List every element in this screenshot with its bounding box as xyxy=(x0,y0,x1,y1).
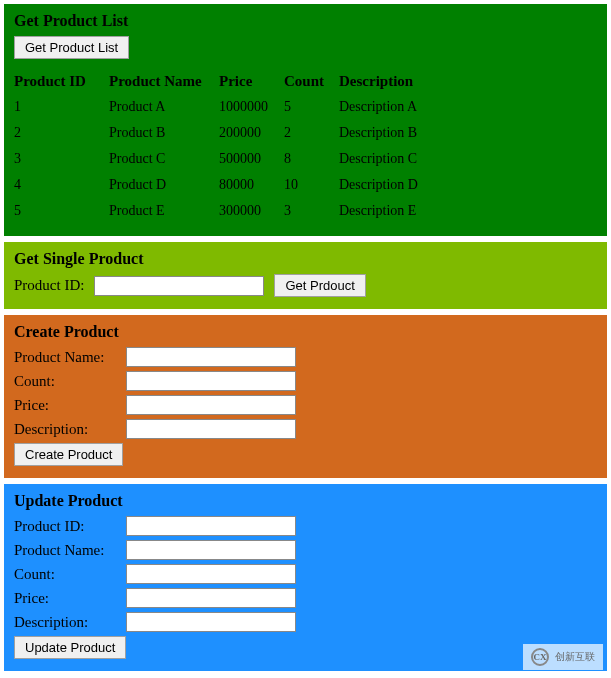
get-product-list-panel: Get Product List Get Product List Produc… xyxy=(4,4,607,236)
update-count-label: Count: xyxy=(14,566,126,583)
watermark-logo-icon: CX xyxy=(531,648,549,666)
cell-desc: Description A xyxy=(339,99,459,115)
watermark-text: 创新互联 xyxy=(555,650,595,664)
get-single-heading: Get Single Product xyxy=(14,250,597,268)
get-product-list-heading: Get Product List xyxy=(14,12,597,30)
cell-count: 3 xyxy=(284,203,339,219)
cell-id: 4 xyxy=(14,177,109,193)
cell-price: 500000 xyxy=(219,151,284,167)
cell-desc: Description E xyxy=(339,203,459,219)
create-count-input[interactable] xyxy=(126,371,296,391)
update-desc-input[interactable] xyxy=(126,612,296,632)
create-heading: Create Product xyxy=(14,323,597,341)
update-product-panel: Update Product Product ID: Product Name:… xyxy=(4,484,607,671)
update-desc-label: Description: xyxy=(14,614,126,631)
create-desc-input[interactable] xyxy=(126,419,296,439)
table-row: 2Product B2000002Description B xyxy=(14,120,597,146)
cell-count: 10 xyxy=(284,177,339,193)
cell-count: 8 xyxy=(284,151,339,167)
create-name-input[interactable] xyxy=(126,347,296,367)
single-id-label: Product ID: xyxy=(14,277,84,294)
product-table: Product ID Product Name Price Count Desc… xyxy=(14,69,597,224)
cell-price: 1000000 xyxy=(219,99,284,115)
watermark: CX 创新互联 xyxy=(523,644,603,670)
cell-name: Product B xyxy=(109,125,219,141)
update-id-input[interactable] xyxy=(126,516,296,536)
header-desc: Description xyxy=(339,73,459,90)
table-row: 5Product E3000003Description E xyxy=(14,198,597,224)
update-name-label: Product Name: xyxy=(14,542,126,559)
table-header-row: Product ID Product Name Price Count Desc… xyxy=(14,69,597,94)
cell-desc: Description C xyxy=(339,151,459,167)
single-id-input[interactable] xyxy=(94,276,264,296)
header-count: Count xyxy=(284,73,339,90)
table-row: 1Product A10000005Description A xyxy=(14,94,597,120)
get-single-button[interactable]: Get Prdouct xyxy=(274,274,365,297)
get-product-list-button[interactable]: Get Product List xyxy=(14,36,129,59)
header-price: Price xyxy=(219,73,284,90)
create-desc-label: Description: xyxy=(14,421,126,438)
cell-price: 200000 xyxy=(219,125,284,141)
update-price-input[interactable] xyxy=(126,588,296,608)
cell-count: 5 xyxy=(284,99,339,115)
cell-desc: Description B xyxy=(339,125,459,141)
cell-price: 300000 xyxy=(219,203,284,219)
get-single-product-panel: Get Single Product Product ID: Get Prdou… xyxy=(4,242,607,309)
cell-desc: Description D xyxy=(339,177,459,193)
cell-name: Product A xyxy=(109,99,219,115)
table-row: 3Product C5000008Description C xyxy=(14,146,597,172)
update-name-input[interactable] xyxy=(126,540,296,560)
update-id-label: Product ID: xyxy=(14,518,126,535)
create-name-label: Product Name: xyxy=(14,349,126,366)
update-product-button[interactable]: Update Product xyxy=(14,636,126,659)
update-price-label: Price: xyxy=(14,590,126,607)
cell-count: 2 xyxy=(284,125,339,141)
create-count-label: Count: xyxy=(14,373,126,390)
cell-id: 2 xyxy=(14,125,109,141)
header-id: Product ID xyxy=(14,73,109,90)
cell-id: 3 xyxy=(14,151,109,167)
cell-name: Product D xyxy=(109,177,219,193)
cell-name: Product C xyxy=(109,151,219,167)
cell-id: 5 xyxy=(14,203,109,219)
create-price-label: Price: xyxy=(14,397,126,414)
update-heading: Update Product xyxy=(14,492,597,510)
cell-name: Product E xyxy=(109,203,219,219)
header-name: Product Name xyxy=(109,73,219,90)
create-product-panel: Create Product Product Name: Count: Pric… xyxy=(4,315,607,478)
create-price-input[interactable] xyxy=(126,395,296,415)
table-row: 4Product D8000010Description D xyxy=(14,172,597,198)
cell-price: 80000 xyxy=(219,177,284,193)
update-count-input[interactable] xyxy=(126,564,296,584)
create-product-button[interactable]: Create Product xyxy=(14,443,123,466)
cell-id: 1 xyxy=(14,99,109,115)
